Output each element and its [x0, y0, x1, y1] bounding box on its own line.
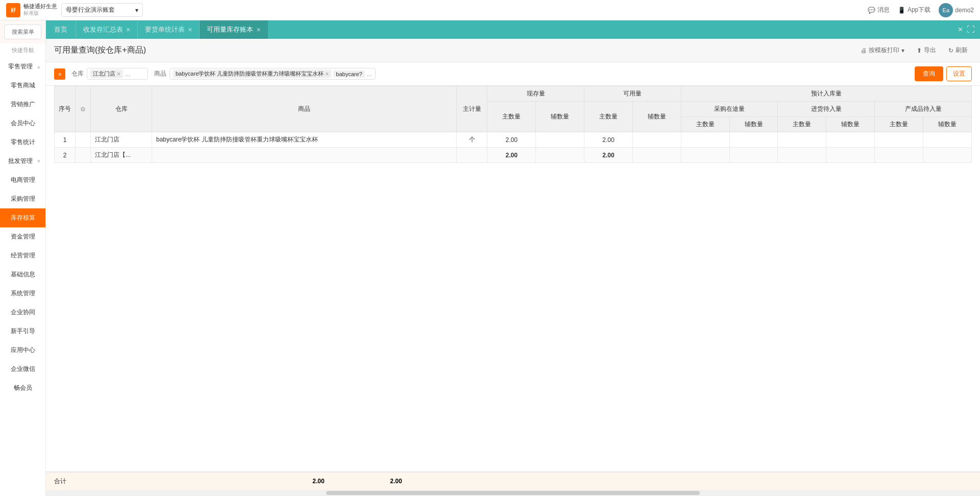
sidebar-item-label: 企业微信 — [4, 365, 41, 373]
cell-main-unit — [457, 148, 487, 163]
sidebar-item-label: 会员中心 — [4, 119, 41, 128]
tab-close-icon[interactable]: × — [256, 26, 260, 34]
warehouse-filter-group: 仓库 江北门店 × ... — [71, 68, 148, 80]
col-inbound-pending-aux: 辅数量 — [826, 117, 875, 132]
cell-product — [152, 148, 457, 163]
sidebar-item-label: 应用中心 — [4, 346, 41, 355]
sidebar-item-label: 新手引导 — [4, 327, 41, 336]
app-download-action[interactable]: 📱 App下载 — [898, 6, 930, 14]
filter-actions: 查询 设置 — [915, 66, 972, 81]
refresh-button[interactable]: ↻ 刷新 — [944, 44, 972, 57]
main-layout: 搜索菜单 快捷导航 零售管理 ▲ 零售商城 营销推广 会员中心 零售统计 批发管… — [0, 20, 980, 496]
tab-close-icon[interactable]: × — [126, 26, 130, 34]
col-settings[interactable]: ⚙ — [76, 86, 91, 132]
sidebar-item-wechat[interactable]: 企业微信 — [0, 360, 45, 379]
sidebar-item-basics[interactable]: 基础信息 — [0, 265, 45, 284]
col-production-pending: 产成品待入量 — [875, 102, 972, 117]
cell-warehouse: 江北门店【... — [91, 148, 152, 163]
export-button[interactable]: ⬆ 导出 — [913, 44, 940, 57]
settings-button[interactable]: 设置 — [946, 66, 972, 81]
col-production-pending-aux: 辅数量 — [923, 117, 972, 132]
sidebar-item-label: 电商管理 — [4, 176, 41, 184]
cell-production-pending-aux — [923, 132, 972, 148]
sidebar-item-ecommerce[interactable]: 电商管理 — [0, 171, 45, 190]
page-header-actions: 🖨 按模板打印 ▾ ⬆ 导出 ↻ 刷新 — [856, 44, 972, 57]
tenant-selector[interactable]: 母婴行业演示账套 ▾ — [61, 3, 143, 17]
cell-product: babycare学饮杯 儿童防摔防撞吸管杯重力球吸嘴杯宝宝水杯 — [152, 132, 457, 148]
sidebar-item-label: 库存核算 — [4, 214, 41, 222]
table-row: 2 江北门店【... 2.00 2.00 — [55, 148, 972, 163]
sidebar-item-marketing[interactable]: 营销推广 — [0, 95, 45, 114]
col-inbound-pending-main: 主数量 — [778, 117, 826, 132]
cell-inbound-pending-main — [778, 148, 826, 163]
sidebar-search-area: 搜索菜单 — [0, 20, 45, 43]
sidebar-nav-label: 快捷导航 — [0, 43, 45, 57]
sidebar-item-inventory[interactable]: 库存核算 — [0, 208, 45, 227]
tab-label: 可用量库存账本 — [207, 25, 253, 34]
sidebar-item-enterprise[interactable]: 企业协同 — [0, 303, 45, 322]
tab-receive-summary[interactable]: 收发存汇总表 × — [76, 20, 138, 39]
cell-purchase-transit-aux — [729, 132, 778, 148]
print-button[interactable]: 🖨 按模板打印 ▾ — [856, 44, 909, 57]
tab-order-stats[interactable]: 要货单统计表 × — [138, 20, 200, 39]
sidebar-item-wholesale[interactable]: 批发管理 ▼ — [0, 152, 45, 171]
cell-production-pending-main — [875, 148, 923, 163]
cell-purchase-transit-main — [681, 132, 729, 148]
sidebar-item-label: 零售商城 — [4, 81, 41, 90]
tab-close-all-icon[interactable]: × — [957, 24, 964, 35]
warehouse-more-icon[interactable]: ... — [125, 70, 130, 78]
cell-stock-main: 2.00 — [487, 132, 536, 148]
cell-settings — [76, 132, 91, 148]
sidebar-item-member[interactable]: 会员中心 — [0, 114, 45, 133]
sidebar-item-operations[interactable]: 经营管理 — [0, 246, 45, 265]
user-profile[interactable]: Ea demo2 — [939, 3, 974, 17]
col-main-unit: 主计量 — [457, 86, 487, 132]
warehouse-tag-close-icon[interactable]: × — [117, 70, 120, 78]
product-filter-group: 商品 babycare学饮杯 儿童防摔防撞吸管杯重力球吸嘴杯宝宝水杯 × bab… — [154, 68, 376, 80]
sidebar-item-vip[interactable]: 畅会员 — [0, 379, 45, 397]
sidebar-item-label: 采购管理 — [4, 195, 41, 203]
sidebar-item-purchase[interactable]: 采购管理 — [0, 190, 45, 208]
message-action[interactable]: 💬 消息 — [868, 6, 890, 14]
query-button[interactable]: 查询 — [915, 66, 943, 81]
product-tag-container[interactable]: babycare学饮杯 儿童防摔防撞吸管杯重力球吸嘴杯宝宝水杯 × babyca… — [169, 68, 376, 80]
product-label: 商品 — [154, 69, 166, 78]
warehouse-tag: 江北门店 × — [90, 69, 123, 78]
sidebar-item-retail-store[interactable]: 零售商城 — [0, 76, 45, 95]
logo-subtext: 标准版 — [23, 10, 57, 17]
sidebar-item-label: 经营管理 — [4, 251, 41, 260]
tab-close-icon[interactable]: × — [188, 26, 192, 34]
data-table: 序号 ⚙ 仓库 商品 主计量 现存量 可用量 预计入库量 主数量 辅数量 主数量… — [54, 86, 972, 163]
tab-available-ledger[interactable]: 可用量库存账本 × — [200, 20, 268, 39]
tab-home[interactable]: 首页 — [46, 20, 76, 39]
product-more-icon[interactable]: ... — [367, 70, 372, 78]
cell-inbound-pending-aux — [826, 148, 875, 163]
tab-label: 收发存汇总表 — [83, 25, 123, 34]
sidebar-item-zero-retail[interactable]: 零售管理 ▲ — [0, 57, 45, 76]
horizontal-scrollbar[interactable] — [46, 490, 980, 496]
search-menu-button[interactable]: 搜索菜单 — [4, 25, 41, 39]
cell-avail-main: 2.00 — [584, 132, 633, 148]
tenant-name: 母婴行业演示账套 — [66, 6, 115, 14]
chevron-icon: ▼ — [36, 158, 41, 164]
warehouse-tag-text: 江北门店 — [93, 70, 115, 78]
col-purchase-transit-aux: 辅数量 — [729, 117, 778, 132]
sidebar-item-appcenter[interactable]: 应用中心 — [0, 341, 45, 360]
product-tag-close-icon[interactable]: × — [325, 70, 329, 78]
col-inbound-pending: 进货待入量 — [778, 102, 875, 117]
cell-main-unit: 个 — [457, 132, 487, 148]
top-bar-right: 💬 消息 📱 App下载 Ea demo2 — [868, 3, 974, 17]
sidebar-item-system[interactable]: 系统管理 — [0, 284, 45, 303]
tab-expand-icon[interactable]: ⛶ — [966, 24, 976, 35]
filter-bar: » 仓库 江北门店 × ... 商品 babycare学饮杯 儿童防摔防撞吸管杯… — [46, 62, 980, 86]
sidebar-item-finance[interactable]: 资金管理 — [0, 227, 45, 246]
warehouse-tag-container[interactable]: 江北门店 × ... — [87, 68, 148, 80]
filter-expand-button[interactable]: » — [54, 68, 65, 80]
sidebar-item-newguide[interactable]: 新手引导 — [0, 322, 45, 341]
cell-settings — [76, 148, 91, 163]
scrollbar-thumb[interactable] — [326, 491, 700, 495]
page-title: 可用量查询(按仓库+商品) — [54, 45, 146, 56]
user-name: demo2 — [955, 7, 974, 14]
sidebar-item-label: 基础信息 — [4, 270, 41, 279]
sidebar-item-retail-stats[interactable]: 零售统计 — [0, 133, 45, 152]
